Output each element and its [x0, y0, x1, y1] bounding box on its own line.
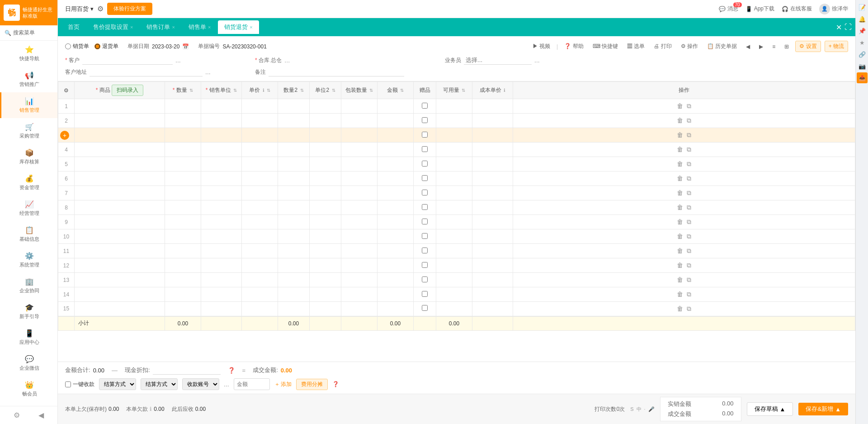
qty-cell[interactable]: [165, 215, 201, 229]
add-row-button[interactable]: +: [60, 131, 69, 140]
gift-checkbox[interactable]: [422, 146, 428, 152]
qty2-cell[interactable]: [278, 157, 310, 172]
cost-cell[interactable]: [472, 157, 513, 172]
cost-cell[interactable]: [472, 258, 513, 273]
qty-cell[interactable]: [165, 244, 201, 258]
toolbar-print[interactable]: 🖨 打印: [651, 42, 674, 51]
available-cell[interactable]: [436, 186, 472, 200]
qty2-cell[interactable]: [278, 172, 310, 186]
price-cell[interactable]: [242, 244, 278, 258]
staff-input[interactable]: [464, 56, 532, 65]
sidebar-item-finance[interactable]: 💰 资金管理: [0, 170, 57, 195]
product-cell[interactable]: [75, 273, 165, 287]
qty2-cell[interactable]: [278, 186, 310, 200]
pkg-cell[interactable]: [341, 114, 377, 128]
unit2-cell[interactable]: [310, 143, 341, 157]
right-panel-upload[interactable]: 📤: [857, 72, 868, 83]
copy-row-button[interactable]: ⧉: [686, 304, 692, 314]
available-cell[interactable]: [436, 229, 472, 244]
unit2-cell[interactable]: [310, 186, 341, 200]
right-panel-pin[interactable]: 📌: [857, 25, 868, 36]
product-input[interactable]: [76, 132, 163, 138]
th-amount-sort[interactable]: ⇅: [400, 88, 404, 93]
delete-row-button[interactable]: 🗑: [676, 101, 684, 110]
sidebar-item-inventory[interactable]: 📦 库存核算: [0, 144, 57, 170]
amount-cell[interactable]: [377, 287, 414, 302]
amount-cell[interactable]: [377, 99, 414, 114]
unit2-cell[interactable]: [310, 273, 341, 287]
product-cell[interactable]: [75, 99, 165, 114]
unit2-cell[interactable]: [310, 244, 341, 258]
amount-cell[interactable]: [377, 172, 414, 186]
product-cell[interactable]: [75, 200, 165, 215]
unit-cell[interactable]: [201, 273, 242, 287]
unit-cell[interactable]: [201, 200, 242, 215]
settlement-select[interactable]: 结算方式: [99, 378, 136, 390]
price-cell[interactable]: [242, 287, 278, 302]
cost-cell[interactable]: [472, 302, 513, 316]
expense-split-button[interactable]: 费用分摊: [296, 379, 328, 390]
unit2-cell[interactable]: [310, 200, 341, 215]
toolbar-shortcut[interactable]: ⌨ 快捷键: [590, 42, 621, 51]
price-cell[interactable]: [242, 200, 278, 215]
available-cell[interactable]: [436, 200, 472, 215]
form-settings-button[interactable]: ⚙ 设置: [795, 41, 821, 52]
product-cell[interactable]: [75, 172, 165, 186]
experience-button[interactable]: 体验行业方案: [107, 3, 152, 15]
qty-cell[interactable]: [165, 114, 201, 128]
gift-checkbox[interactable]: [422, 276, 428, 282]
delete-row-button[interactable]: 🗑: [676, 232, 684, 241]
calendar-icon[interactable]: 📅: [182, 43, 189, 50]
module-select[interactable]: 日用百货 ▾: [65, 5, 94, 13]
pkg-cell[interactable]: [341, 143, 377, 157]
cost-cell[interactable]: [472, 114, 513, 128]
close-all-tabs-button[interactable]: ✕: [836, 23, 842, 32]
unit2-cell[interactable]: [310, 172, 341, 186]
unit-cell[interactable]: [201, 258, 242, 273]
gift-cell[interactable]: [414, 244, 436, 258]
qty2-cell[interactable]: [278, 114, 310, 128]
price-cell[interactable]: [242, 186, 278, 200]
app-download-button[interactable]: 📱 App下载: [745, 5, 774, 13]
gift-cell[interactable]: [414, 229, 436, 244]
product-cell[interactable]: [75, 229, 165, 244]
pkg-cell[interactable]: [341, 302, 377, 316]
sidebar-item-wechat[interactable]: 💬 企业微信: [0, 350, 57, 376]
unit2-cell[interactable]: [310, 302, 341, 316]
unit2-cell[interactable]: [310, 99, 341, 114]
cost-cell[interactable]: [472, 244, 513, 258]
product-cell[interactable]: [75, 258, 165, 273]
sidebar-search[interactable]: 🔍 搜索菜单: [0, 25, 57, 41]
right-panel-photo[interactable]: 📷: [857, 61, 868, 71]
gift-cell[interactable]: [414, 143, 436, 157]
unit-cell[interactable]: [201, 215, 242, 229]
cost-cell[interactable]: [472, 99, 513, 114]
product-cell[interactable]: [75, 244, 165, 258]
right-panel-link[interactable]: 🔗: [857, 49, 868, 60]
gift-checkbox[interactable]: [422, 262, 428, 268]
qty-cell[interactable]: [165, 200, 201, 215]
tab-price-close[interactable]: ×: [130, 24, 133, 30]
product-cell[interactable]: [75, 215, 165, 229]
qty2-cell[interactable]: [278, 258, 310, 273]
gift-checkbox[interactable]: [422, 305, 428, 311]
tab-sales[interactable]: 销售单 ×: [182, 20, 217, 34]
sidebar-item-marketing[interactable]: 📢 营销推广: [0, 67, 57, 92]
delete-row-button[interactable]: 🗑: [676, 217, 684, 226]
product-cell[interactable]: [75, 128, 165, 143]
th-available-sort[interactable]: ⇅: [462, 88, 465, 93]
pkg-cell[interactable]: [341, 258, 377, 273]
tab-home[interactable]: 首页: [61, 20, 86, 34]
remark-input[interactable]: [269, 67, 404, 76]
radio-return[interactable]: 退货单: [94, 43, 118, 50]
sidebar-item-apps[interactable]: 📱 应用中心: [0, 324, 57, 350]
product-cell[interactable]: [75, 186, 165, 200]
gift-cell[interactable]: [414, 114, 436, 128]
toolbar-history[interactable]: 📋 历史单据: [704, 42, 740, 51]
pkg-cell[interactable]: [341, 157, 377, 172]
list-view-icon[interactable]: ≡: [769, 43, 778, 51]
gift-checkbox[interactable]: [422, 175, 428, 181]
amount-cell[interactable]: [377, 157, 414, 172]
settings-gear-button[interactable]: ⚙: [97, 5, 104, 13]
th-price-sort[interactable]: ⇅: [267, 88, 270, 93]
